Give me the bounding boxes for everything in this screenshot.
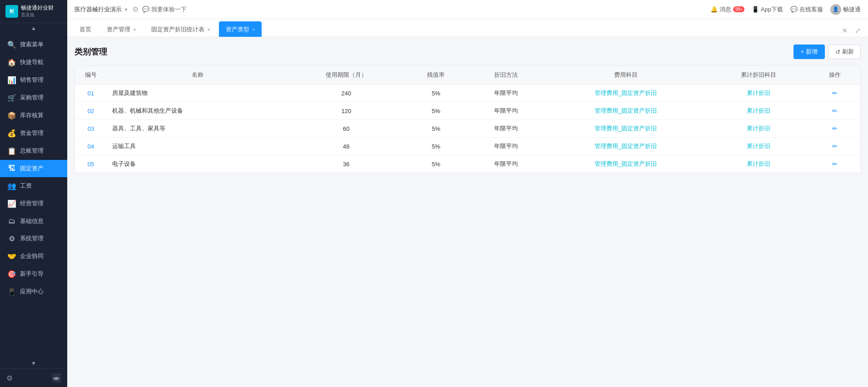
- topbar-settings-icon[interactable]: ⚙: [132, 5, 139, 14]
- sidebar-label-guide: 新手引导: [20, 270, 44, 278]
- cell-id: 02: [75, 102, 107, 120]
- tab-label-asset-manage: 资产管理: [107, 25, 130, 34]
- cell-method: 年限平均: [468, 120, 545, 138]
- service-icon: 💬: [790, 6, 798, 13]
- content-area: 类别管理 + 新增 ↺ 刷新 编号名称使用期限（月）残值率折旧方法费用科目累计折…: [67, 37, 868, 387]
- tab-asset-type[interactable]: 资产类型×: [219, 21, 262, 37]
- edit-icon[interactable]: ✏: [832, 160, 838, 168]
- sidebar-icon-quicknav: 🏠: [7, 58, 16, 67]
- sidebar-item-basic-info[interactable]: 🗂 基础信息: [0, 213, 67, 230]
- table-header-col: 名称: [107, 66, 288, 84]
- cell-id: 01: [75, 84, 107, 102]
- table-row: 04 运输工具 48 5% 年限平均 管理费用_固定资产折旧 累计折旧 ✏: [75, 138, 860, 155]
- sidebar-item-capital[interactable]: 💰 资金管理: [0, 124, 67, 142]
- new-button[interactable]: + 新增: [794, 45, 825, 59]
- table-header-col: 费用科目: [545, 66, 707, 84]
- cell-expense: 管理费用_固定资产折旧: [545, 138, 707, 155]
- sidebar-item-quicknav[interactable]: 🏠 快捷导航: [0, 54, 67, 71]
- tab-close-depreciation-table[interactable]: ×: [207, 27, 210, 32]
- topbar-left: 医疗器械行业演示 ▼ ⚙ 💬 我要体验一下: [74, 5, 187, 14]
- avatar: 👤: [830, 4, 841, 15]
- sidebar-label-ledger: 总账管理: [20, 147, 44, 155]
- topbar-right: 🔔 消息 99+ 📱 App下载 💬 在线客服 👤 畅捷通: [710, 4, 861, 15]
- sidebar-label-payroll: 工资: [20, 182, 32, 190]
- sidebar-footer: ⚙ ◀▶: [0, 368, 67, 387]
- cell-name: 机器、机械和其他生产设备: [107, 102, 288, 120]
- experience-button[interactable]: 💬 我要体验一下: [142, 5, 187, 14]
- sidebar-item-payroll[interactable]: 👥 工资: [0, 177, 67, 195]
- cell-months: 120: [288, 102, 404, 120]
- cell-expense: 管理费用_固定资产折旧: [545, 155, 707, 173]
- sidebar-icon-ledger: 📋: [7, 147, 16, 155]
- cell-id: 03: [75, 120, 107, 138]
- tab-asset-manage[interactable]: 资产管理×: [100, 21, 143, 37]
- topbar: 医疗器械行业演示 ▼ ⚙ 💬 我要体验一下 🔔 消息 99+ 📱 App下载 💬…: [67, 0, 868, 19]
- tab-depreciation-table[interactable]: 固定资产折旧统计表×: [144, 21, 217, 37]
- sidebar-scroll-down[interactable]: ▼: [0, 358, 67, 368]
- selector-arrow-icon: ▼: [124, 7, 129, 12]
- sidebar-icon-cooperation: 🤝: [7, 252, 16, 261]
- refresh-icon: ↺: [835, 49, 840, 55]
- company-selector[interactable]: 医疗器械行业演示 ▼: [74, 5, 129, 14]
- sidebar-item-app-center[interactable]: 📱 应用中心: [0, 283, 67, 301]
- sidebar-item-inventory[interactable]: 📦 库存核算: [0, 107, 67, 124]
- edit-icon[interactable]: ✏: [832, 107, 838, 114]
- page-header: 类别管理 + 新增 ↺ 刷新: [74, 45, 861, 59]
- cell-name: 器具、工具、家具等: [107, 120, 288, 138]
- cell-action[interactable]: ✏: [810, 120, 860, 138]
- cell-method: 年限平均: [468, 84, 545, 102]
- cell-name: 电子设备: [107, 155, 288, 173]
- cell-residual: 5%: [404, 138, 468, 155]
- sidebar-item-cooperation[interactable]: 🤝 企业协同: [0, 248, 67, 265]
- cell-residual: 5%: [404, 120, 468, 138]
- sidebar-item-ledger[interactable]: 📋 总账管理: [0, 142, 67, 160]
- cell-action[interactable]: ✏: [810, 102, 860, 120]
- sidebar-item-guide[interactable]: 🎯 新手引导: [0, 265, 67, 283]
- cell-id: 05: [75, 155, 107, 173]
- app-version: 普及版: [21, 12, 54, 18]
- tab-close-asset-type[interactable]: ×: [252, 27, 255, 32]
- notification-label: 消息: [719, 5, 731, 14]
- sidebar-icon-sales: 📊: [7, 76, 16, 84]
- sidebar-item-system[interactable]: ⚙ 系统管理: [0, 230, 67, 248]
- edit-icon[interactable]: ✏: [832, 89, 838, 97]
- tab-label-asset-type: 资产类型: [226, 25, 249, 34]
- sidebar-label-cooperation: 企业协同: [20, 252, 44, 260]
- cell-action[interactable]: ✏: [810, 84, 860, 102]
- app-name: 畅捷通好业财: [21, 5, 54, 12]
- sidebar-item-sales[interactable]: 📊 销售管理: [0, 71, 67, 89]
- cell-months: 36: [288, 155, 404, 173]
- sidebar-scroll-up[interactable]: ▲: [0, 23, 67, 33]
- cell-action[interactable]: ✏: [810, 138, 860, 155]
- notification-button[interactable]: 🔔 消息 99+: [710, 5, 744, 14]
- tab-home[interactable]: 首页: [73, 21, 98, 37]
- cell-expense: 管理费用_固定资产折旧: [545, 120, 707, 138]
- edit-icon[interactable]: ✏: [832, 143, 838, 150]
- tab-close-asset-manage[interactable]: ×: [133, 27, 136, 32]
- sidebar: 财 畅捷通好业财 普及版 ▲ 🔍 搜索菜单 🏠 快捷导航 📊 销售管理 🛒 采购…: [0, 0, 67, 387]
- refresh-button[interactable]: ↺ 刷新: [828, 45, 861, 59]
- online-service-button[interactable]: 💬 在线客服: [790, 5, 823, 14]
- edit-icon[interactable]: ✏: [832, 125, 838, 132]
- settings-icon[interactable]: ⚙: [6, 374, 13, 382]
- cell-name: 运输工具: [107, 138, 288, 155]
- cell-action[interactable]: ✏: [810, 155, 860, 173]
- sidebar-item-purchase[interactable]: 🛒 采购管理: [0, 89, 67, 107]
- sidebar-item-search[interactable]: 🔍 搜索菜单: [0, 36, 67, 54]
- expand-tab-icon[interactable]: ⤢: [853, 25, 863, 37]
- sidebar-collapse-btn[interactable]: ◀▶: [52, 373, 61, 382]
- user-profile[interactable]: 👤 畅捷通: [830, 4, 861, 15]
- app-download-button[interactable]: 📱 App下载: [752, 5, 783, 14]
- tab-label-depreciation-table: 固定资产折旧统计表: [151, 25, 204, 34]
- sidebar-item-fixed-assets[interactable]: 🏗 固定资产: [0, 160, 67, 177]
- refresh-label: 刷新: [842, 48, 854, 56]
- sidebar-icon-fixed-assets: 🏗: [7, 164, 16, 173]
- sidebar-label-basic-info: 基础信息: [20, 217, 44, 225]
- download-icon: 📱: [752, 6, 759, 13]
- cell-accumulated: 累计折旧: [707, 84, 809, 102]
- close-tab-icon[interactable]: ✕: [840, 25, 849, 37]
- tabs-right-actions: ✕ ⤢: [840, 25, 863, 37]
- cell-method: 年限平均: [468, 102, 545, 120]
- sidebar-item-operations[interactable]: 📈 经营管理: [0, 195, 67, 213]
- cell-id: 04: [75, 138, 107, 155]
